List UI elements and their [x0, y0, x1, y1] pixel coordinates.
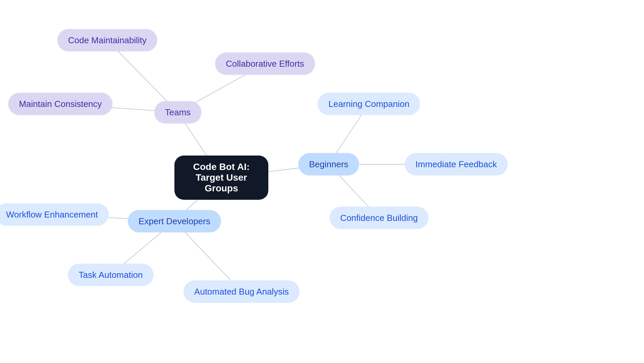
learning-companion-label: Learning Companion: [328, 99, 409, 109]
mind-map-canvas: Code Bot AI: Target User Groups Teams Be…: [0, 0, 644, 363]
teams-label: Teams: [165, 107, 191, 118]
expert-developers-node[interactable]: Expert Developers: [128, 210, 221, 233]
beginners-label: Beginners: [309, 159, 348, 170]
expert-developers-label: Expert Developers: [139, 216, 210, 227]
workflow-enhancement-label: Workflow Enhancement: [6, 209, 98, 220]
beginners-node[interactable]: Beginners: [298, 153, 359, 176]
maintain-consistency-label: Maintain Consistency: [19, 99, 102, 109]
task-automation-node[interactable]: Task Automation: [68, 264, 154, 286]
collaborative-efforts-node[interactable]: Collaborative Efforts: [215, 53, 315, 75]
task-automation-label: Task Automation: [79, 270, 143, 280]
immediate-feedback-node[interactable]: Immediate Feedback: [405, 153, 508, 176]
code-maintainability-node[interactable]: Code Maintainability: [57, 29, 157, 52]
immediate-feedback-label: Immediate Feedback: [416, 159, 497, 170]
code-maintainability-label: Code Maintainability: [68, 35, 147, 46]
automated-bug-analysis-node[interactable]: Automated Bug Analysis: [183, 281, 300, 303]
confidence-building-node[interactable]: Confidence Building: [329, 207, 428, 229]
connection-lines: [0, 0, 644, 363]
automated-bug-analysis-label: Automated Bug Analysis: [194, 287, 289, 297]
teams-node[interactable]: Teams: [154, 101, 202, 124]
center-node[interactable]: Code Bot AI: Target User Groups: [174, 156, 268, 200]
collaborative-efforts-label: Collaborative Efforts: [226, 59, 304, 69]
center-label: Code Bot AI: Target User Groups: [185, 162, 258, 194]
confidence-building-label: Confidence Building: [340, 213, 418, 223]
workflow-enhancement-node[interactable]: Workflow Enhancement: [0, 203, 109, 226]
maintain-consistency-node[interactable]: Maintain Consistency: [8, 93, 112, 115]
learning-companion-node[interactable]: Learning Companion: [318, 93, 420, 115]
